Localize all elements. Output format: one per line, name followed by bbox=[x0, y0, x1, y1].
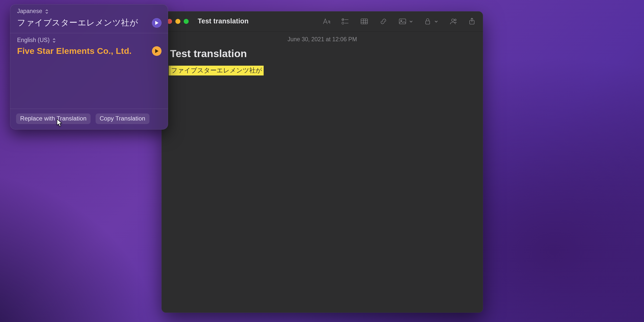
replace-with-translation-button[interactable]: Replace with Translation bbox=[16, 113, 91, 124]
translation-popover: Japanese ファイブスターエレメンツ社が English (US) Fiv… bbox=[10, 4, 168, 130]
svg-rect-11 bbox=[426, 21, 430, 24]
chevron-down-icon bbox=[434, 19, 438, 23]
play-translation-button[interactable] bbox=[152, 46, 162, 56]
source-section: Japanese ファイブスターエレメンツ社が bbox=[10, 4, 168, 33]
target-section: English (US) Five Star Elements Co., Ltd… bbox=[10, 33, 168, 60]
svg-point-10 bbox=[401, 20, 402, 21]
svg-point-2 bbox=[342, 22, 344, 24]
source-text: ファイブスターエレメンツ社が bbox=[17, 17, 138, 28]
minimize-window-button[interactable] bbox=[175, 19, 180, 24]
note-date: June 30, 2021 at 12:06 PM bbox=[170, 36, 474, 43]
updown-icon bbox=[45, 9, 49, 14]
source-language-label: Japanese bbox=[17, 8, 42, 15]
table-button[interactable] bbox=[360, 17, 369, 26]
note-body[interactable]: June 30, 2021 at 12:06 PM Test translati… bbox=[162, 31, 483, 313]
svg-point-12 bbox=[452, 19, 454, 21]
selected-text-content: ファイブスターエレメンツ社が bbox=[171, 67, 262, 74]
copy-translation-button[interactable]: Copy Translation bbox=[96, 113, 149, 124]
notes-window: Test translation bbox=[162, 11, 483, 313]
svg-point-13 bbox=[455, 19, 456, 20]
selected-text[interactable]: ファイブスターエレメンツ社が bbox=[170, 66, 264, 75]
collaborate-button[interactable] bbox=[448, 17, 457, 26]
window-controls bbox=[167, 19, 189, 24]
link-button[interactable] bbox=[379, 17, 388, 26]
play-source-button[interactable] bbox=[152, 18, 162, 28]
lock-button[interactable] bbox=[423, 17, 438, 26]
media-button[interactable] bbox=[398, 17, 413, 26]
target-language-selector[interactable]: English (US) bbox=[17, 37, 162, 44]
popover-footer: Replace with Translation Copy Translatio… bbox=[10, 109, 168, 130]
updown-icon bbox=[52, 38, 56, 43]
svg-rect-9 bbox=[399, 19, 406, 24]
titlebar: Test translation bbox=[162, 11, 483, 31]
share-button[interactable] bbox=[467, 17, 476, 26]
format-text-button[interactable] bbox=[321, 17, 331, 26]
target-language-label: English (US) bbox=[17, 37, 50, 44]
chevron-down-icon bbox=[409, 19, 413, 23]
text-caret bbox=[169, 66, 170, 75]
mouse-cursor bbox=[57, 119, 62, 127]
translated-text: Five Star Elements Co., Ltd. bbox=[17, 46, 132, 56]
zoom-window-button[interactable] bbox=[184, 19, 189, 24]
checklist-button[interactable] bbox=[341, 17, 350, 26]
source-language-selector[interactable]: Japanese bbox=[17, 8, 162, 15]
svg-rect-4 bbox=[361, 19, 368, 24]
toolbar bbox=[321, 17, 476, 26]
window-title: Test translation bbox=[198, 17, 249, 25]
note-heading: Test translation bbox=[170, 48, 474, 60]
